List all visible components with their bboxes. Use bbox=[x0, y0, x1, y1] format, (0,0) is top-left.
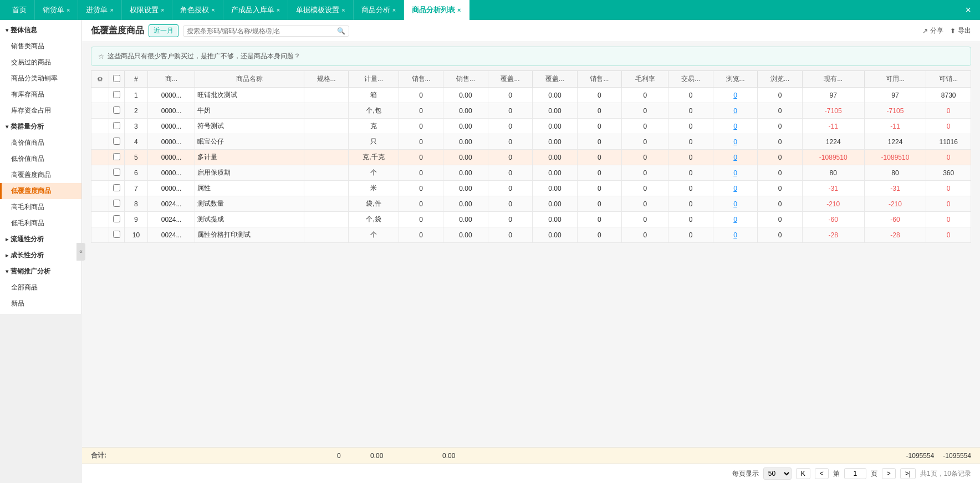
cell-checkbox[interactable] bbox=[109, 88, 125, 103]
nav-home[interactable]: 首页 bbox=[4, 0, 35, 20]
browse-link[interactable]: 0 bbox=[733, 154, 737, 161]
browse-link[interactable]: 0 bbox=[733, 107, 737, 115]
sidebar-item-high-margin[interactable]: 高毛利商品 bbox=[0, 199, 81, 215]
cell-sales-amt: 0.00 bbox=[443, 88, 488, 103]
row-checkbox[interactable] bbox=[113, 184, 120, 191]
nav-sales[interactable]: 销货单 × bbox=[35, 0, 78, 20]
cell-no: 10 bbox=[125, 227, 148, 243]
last-page-button[interactable]: >| bbox=[900, 468, 916, 479]
cell-gross: 0 bbox=[622, 119, 668, 134]
row-checkbox[interactable] bbox=[113, 138, 120, 145]
cell-checkbox[interactable] bbox=[109, 227, 125, 243]
nav-close-roles[interactable]: × bbox=[211, 7, 215, 13]
page-number-input[interactable] bbox=[844, 468, 866, 479]
sidebar-item-high-value[interactable]: 高价值商品 bbox=[0, 135, 81, 151]
nav-close-purchase[interactable]: × bbox=[110, 7, 113, 13]
cell-checkbox[interactable] bbox=[109, 212, 125, 227]
cell-spec bbox=[304, 212, 348, 227]
row-checkbox[interactable] bbox=[113, 231, 120, 238]
nav-close-production[interactable]: × bbox=[277, 7, 280, 13]
cell-no: 4 bbox=[125, 134, 148, 150]
cell-spec bbox=[304, 227, 348, 243]
cell-checkbox[interactable] bbox=[109, 103, 125, 119]
cell-code: 0000... bbox=[147, 103, 195, 119]
cell-checkbox[interactable] bbox=[109, 150, 125, 165]
nav-analysis[interactable]: 商品分析 × bbox=[354, 0, 404, 20]
sidebar-item-stock-capital[interactable]: 库存资金占用 bbox=[0, 103, 81, 119]
sidebar-item-low-margin[interactable]: 低毛利商品 bbox=[0, 215, 81, 231]
cell-checkbox[interactable] bbox=[109, 134, 125, 150]
sidebar-item-traded-goods[interactable]: 交易过的商品 bbox=[0, 54, 81, 70]
browse-link[interactable]: 0 bbox=[733, 91, 737, 99]
nav-close-analysis-list[interactable]: × bbox=[457, 7, 461, 13]
browse-link[interactable]: 0 bbox=[733, 138, 737, 146]
browse-link[interactable]: 0 bbox=[733, 169, 737, 177]
row-checkbox[interactable] bbox=[113, 200, 120, 207]
window-close-button[interactable]: × bbox=[961, 4, 976, 16]
row-checkbox[interactable] bbox=[113, 215, 120, 222]
cell-checkbox[interactable] bbox=[109, 181, 125, 196]
nav-analysis-list[interactable]: 商品分析列表 × bbox=[404, 0, 469, 20]
table-row: 6 0000... 启用保质期 个 0 0.00 0 0.00 0 0 0 0 … bbox=[91, 165, 971, 181]
sidebar-group-overall[interactable]: ▾ 整体信息 bbox=[0, 22, 81, 38]
row-checkbox[interactable] bbox=[113, 106, 120, 114]
sidebar-item-category-rate[interactable]: 商品分类动销率 bbox=[0, 70, 81, 87]
browse-link[interactable]: 0 bbox=[733, 231, 737, 239]
cell-checkbox[interactable] bbox=[109, 165, 125, 181]
filter-button[interactable]: 近一月 bbox=[149, 24, 178, 37]
row-checkbox[interactable] bbox=[113, 169, 120, 176]
prev-page-button[interactable]: < bbox=[815, 468, 829, 479]
cell-spec bbox=[304, 150, 348, 165]
sidebar-group-liquidity[interactable]: ▸ 流通性分析 bbox=[0, 231, 81, 247]
sidebar-item-all-goods[interactable]: 全部商品 bbox=[0, 279, 81, 296]
next-page-button[interactable]: > bbox=[882, 468, 896, 479]
cell-checkbox[interactable] bbox=[109, 119, 125, 134]
nav-permissions[interactable]: 权限设置 × bbox=[122, 0, 172, 20]
cell-cov2: 0.00 bbox=[533, 119, 577, 134]
cell-checkbox[interactable] bbox=[109, 196, 125, 212]
nav-close-analysis[interactable]: × bbox=[392, 7, 396, 13]
browse-link[interactable]: 0 bbox=[733, 123, 737, 130]
nav-close-template[interactable]: × bbox=[341, 7, 345, 13]
cell-name: 测试提成 bbox=[195, 212, 304, 227]
sidebar-item-low-value[interactable]: 低价值商品 bbox=[0, 151, 81, 167]
select-all-checkbox[interactable] bbox=[113, 75, 120, 82]
sidebar-item-low-coverage[interactable]: 低覆盖度商品 bbox=[0, 183, 81, 199]
nav-close-sales[interactable]: × bbox=[67, 7, 70, 13]
nav-roles[interactable]: 角色授权 × bbox=[172, 0, 223, 20]
sidebar-collapse-button[interactable]: « bbox=[76, 243, 85, 261]
nav-production[interactable]: 产成品入库单 × bbox=[223, 0, 288, 20]
sidebar-item-new-goods[interactable]: 新品 bbox=[0, 296, 81, 312]
first-page-button[interactable]: K bbox=[796, 468, 810, 479]
browse-link[interactable]: 0 bbox=[733, 216, 737, 223]
cell-cov1: 0 bbox=[488, 103, 532, 119]
row-checkbox[interactable] bbox=[113, 91, 120, 98]
row-checkbox[interactable] bbox=[113, 153, 120, 160]
cell-trade: 0 bbox=[668, 103, 713, 119]
cell-gross: 0 bbox=[622, 150, 668, 165]
cell-sales3: 0 bbox=[577, 150, 621, 165]
row-checkbox[interactable] bbox=[113, 122, 120, 129]
export-icon: ⬆ bbox=[950, 27, 956, 35]
nav-purchase[interactable]: 进货单 × bbox=[78, 0, 121, 20]
browse-link[interactable]: 0 bbox=[733, 185, 737, 192]
sidebar-item-in-stock[interactable]: 有库存商品 bbox=[0, 87, 81, 103]
search-input[interactable] bbox=[187, 27, 335, 35]
sidebar-item-sales-goods[interactable]: 销售类商品 bbox=[0, 38, 81, 54]
export-button[interactable]: ⬆ 导出 bbox=[950, 26, 971, 35]
per-page-select[interactable]: 50 10 20 100 bbox=[763, 467, 792, 480]
col-settings[interactable]: ⚙ bbox=[91, 71, 109, 88]
cell-spec bbox=[304, 181, 348, 196]
cell-sellable: 0 bbox=[926, 196, 971, 212]
nav-close-permissions[interactable]: × bbox=[161, 7, 164, 13]
nav-template[interactable]: 单据模板设置 × bbox=[288, 0, 353, 20]
sidebar-group-growth[interactable]: ▸ 成长性分析 bbox=[0, 247, 81, 263]
sidebar-group-cluster[interactable]: ▾ 类群量分析 bbox=[0, 119, 81, 135]
cell-cov1: 0 bbox=[488, 165, 532, 181]
share-button[interactable]: ↗ 分享 bbox=[922, 26, 943, 35]
cell-browse1: 0 bbox=[713, 134, 757, 150]
col-number: # bbox=[125, 71, 148, 88]
sidebar-item-high-coverage[interactable]: 高覆盖度商品 bbox=[0, 167, 81, 183]
sidebar-group-marketing[interactable]: ▾ 营销推广分析 bbox=[0, 263, 81, 279]
browse-link[interactable]: 0 bbox=[733, 200, 737, 208]
